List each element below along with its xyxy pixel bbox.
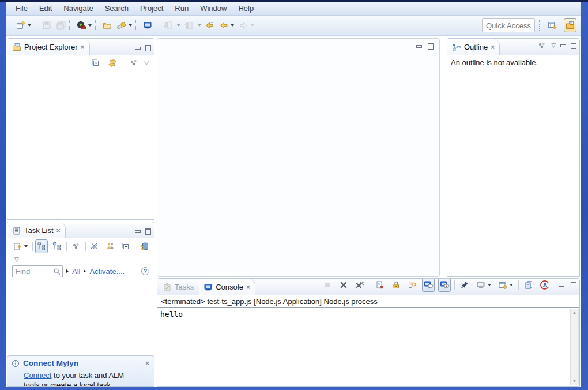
chevron-down-icon [88, 24, 92, 27]
chevron-down-icon[interactable] [177, 24, 180, 27]
remove-launch-button[interactable] [337, 278, 350, 292]
close-icon[interactable]: × [491, 44, 495, 51]
activate-link[interactable]: Activate.... [89, 267, 125, 276]
help-icon[interactable]: ? [141, 267, 149, 275]
open-new-console-button[interactable] [496, 278, 515, 292]
console-pages-button[interactable] [522, 278, 535, 292]
terminate-button[interactable] [321, 278, 334, 292]
focus-on-workweek-button[interactable] [104, 239, 116, 253]
minimize-button[interactable] [134, 45, 141, 51]
maximize-button[interactable] [570, 43, 576, 48]
tab-task-list[interactable]: Task List × [7, 223, 66, 238]
link-with-editor-icon [108, 58, 117, 68]
scheduled-view-button[interactable] [51, 239, 63, 253]
menu-item-project[interactable]: Project [135, 3, 168, 14]
tab-project-explorer[interactable]: Project Explorer × [7, 39, 90, 55]
open-console-button[interactable] [141, 18, 154, 32]
maximize-button[interactable] [570, 282, 576, 288]
ansi-console-button[interactable] [538, 278, 551, 292]
toolbar-divider [561, 20, 561, 31]
menu-item-help[interactable]: Help [233, 3, 259, 14]
collapse-all-button[interactable] [119, 239, 132, 253]
pin-console-button[interactable] [458, 278, 471, 292]
new-wizard-button[interactable] [14, 18, 33, 32]
view-menu-chevron-icon[interactable]: ▽ [144, 60, 149, 66]
hide-completed-button[interactable] [88, 239, 101, 253]
new-task-button[interactable] [11, 239, 29, 253]
menu-item-navigate[interactable]: Navigate [58, 3, 98, 14]
synchronize-button[interactable] [138, 239, 150, 253]
view-menu-button[interactable] [537, 40, 547, 51]
maximize-button[interactable] [145, 45, 151, 51]
toolbar-group-handle[interactable] [69, 20, 72, 31]
outline-header: Outline × ▽ [447, 39, 579, 55]
close-icon[interactable]: × [246, 284, 250, 291]
scroll-down-icon[interactable]: ▼ [573, 379, 576, 384]
menu-item-search[interactable]: Search [100, 3, 134, 14]
scroll-lock-button[interactable] [390, 278, 402, 292]
editor-area[interactable] [157, 38, 440, 277]
minimize-button[interactable] [558, 282, 564, 288]
show-console-on-stderr-toggle[interactable] [438, 278, 451, 292]
toolbar-drag-handle[interactable] [539, 20, 542, 31]
forward-button[interactable] [238, 18, 256, 32]
toolbar-group-handle[interactable] [35, 20, 37, 31]
open-task-button[interactable] [101, 18, 114, 32]
menu-item-run[interactable]: Run [169, 3, 194, 14]
search-button[interactable] [115, 18, 134, 32]
maximize-button[interactable] [145, 228, 151, 234]
menu-item-window[interactable]: Window [195, 3, 232, 14]
display-selected-console-button[interactable] [474, 278, 493, 292]
active-perspective-button[interactable] [564, 18, 576, 32]
tab-outline[interactable]: Outline × [447, 39, 500, 55]
scroll-up-icon[interactable]: ▲ [573, 310, 576, 315]
all-filter-link[interactable]: All [72, 267, 80, 276]
close-icon[interactable]: × [145, 360, 149, 367]
last-edit-location-button[interactable] [203, 18, 216, 32]
save-button[interactable] [40, 18, 53, 32]
toolbar-group-handle[interactable] [95, 20, 98, 31]
connect-link[interactable]: Connect [24, 371, 51, 380]
clear-console-button[interactable] [374, 278, 386, 292]
toolbar-group-handle[interactable] [156, 20, 159, 31]
minimize-button[interactable] [416, 43, 422, 49]
collapse-all-button[interactable] [89, 56, 102, 70]
next-annotation-button[interactable] [161, 18, 174, 32]
menu-item-edit[interactable]: Edit [34, 3, 57, 14]
toolbar-group-handle[interactable] [135, 20, 138, 31]
save-all-button[interactable] [55, 18, 67, 32]
word-wrap-button[interactable] [406, 278, 419, 292]
remove-all-terminated-button[interactable] [353, 278, 366, 292]
chevron-down-icon[interactable] [198, 24, 201, 27]
close-icon[interactable]: × [56, 227, 61, 234]
tab-tasks[interactable]: Tasks [157, 279, 199, 295]
back-button[interactable] [217, 18, 236, 32]
task-list-body[interactable] [7, 280, 154, 355]
console-scrollbar[interactable]: ▲ ▼ [570, 309, 579, 385]
close-icon[interactable]: × [80, 44, 84, 51]
view-menu-button[interactable] [127, 56, 140, 70]
show-console-on-stdout-toggle[interactable] [422, 278, 435, 292]
view-menu-button[interactable] [70, 239, 82, 253]
expand-twisty-icon[interactable] [84, 269, 86, 273]
minimize-button[interactable] [560, 43, 566, 48]
search-flashlight-icon [117, 21, 126, 30]
view-menu-chevron-icon[interactable]: ▽ [551, 43, 556, 48]
maximize-button[interactable] [427, 43, 434, 49]
previous-annotation-button[interactable] [182, 18, 195, 32]
expand-twisty-icon[interactable] [66, 269, 69, 273]
menu-item-file[interactable]: File [10, 3, 33, 14]
quick-access-input[interactable] [482, 18, 535, 32]
console-output[interactable]: hello ▲ ▼ [157, 308, 579, 386]
run-button[interactable] [75, 18, 93, 32]
link-with-editor-button[interactable] [106, 56, 119, 70]
people-icon [105, 242, 115, 251]
minimize-button[interactable] [134, 228, 141, 234]
open-perspective-button[interactable] [546, 18, 559, 32]
toolbar-overflow-chevron-icon[interactable]: ▽ [14, 256, 19, 262]
project-explorer-tree[interactable] [7, 70, 154, 219]
categorized-view-button[interactable] [35, 239, 48, 253]
view-menu-dots-icon [129, 58, 138, 68]
toolbar-group-handle[interactable] [9, 20, 12, 31]
tab-console[interactable]: Console × [199, 279, 255, 295]
